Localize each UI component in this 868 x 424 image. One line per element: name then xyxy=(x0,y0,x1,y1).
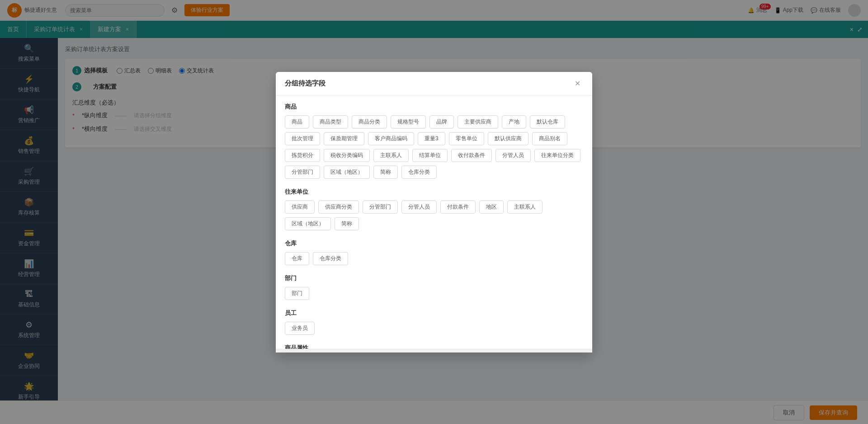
section-title-0: 商品 xyxy=(285,103,583,111)
field-tag-3-0[interactable]: 部门 xyxy=(285,287,309,300)
field-tag-1-2[interactable]: 分管部门 xyxy=(363,200,398,214)
field-grid-1: 供应商供应商分类分管部门分管人员付款条件地区主联系人区域（地区）简称 xyxy=(285,200,583,230)
section-title-5: 商品属性 xyxy=(285,344,583,349)
field-tag-2-1[interactable]: 仓库分类 xyxy=(313,252,348,265)
field-tag-0-11[interactable]: 重量3 xyxy=(418,132,445,145)
field-section-5: 商品属性属性颜色多规格尺码鞋码1 xyxy=(285,344,583,349)
section-title-3: 部门 xyxy=(285,274,583,282)
field-tag-0-10[interactable]: 客户商品编码 xyxy=(368,132,414,145)
field-tag-0-24[interactable]: 简称 xyxy=(373,166,398,179)
field-section-3: 部门部门 xyxy=(285,274,583,300)
field-tag-0-20[interactable]: 分管人员 xyxy=(495,149,531,162)
field-tag-0-23[interactable]: 区域（地区） xyxy=(324,166,370,179)
field-tag-0-21[interactable]: 往来单位分类 xyxy=(534,149,580,162)
field-tag-0-8[interactable]: 批次管理 xyxy=(285,132,320,145)
field-tag-0-18[interactable]: 结算单位 xyxy=(412,149,448,162)
field-section-4: 员工业务员 xyxy=(285,309,583,335)
modal-scrollbar-x xyxy=(276,349,592,352)
field-tag-2-0[interactable]: 仓库 xyxy=(285,252,309,265)
field-tag-0-5[interactable]: 主要供应商 xyxy=(458,115,498,129)
field-grid-2: 仓库仓库分类 xyxy=(285,252,583,265)
field-tag-0-4[interactable]: 品牌 xyxy=(429,115,454,129)
field-grid-0: 商品商品类型商品分类规格型号品牌主要供应商产地默认仓库批次管理保质期管理客户商品… xyxy=(285,115,583,179)
field-tag-1-0[interactable]: 供应商 xyxy=(285,200,315,214)
modal-title: 分组待选字段 xyxy=(285,79,326,88)
field-section-1: 往来单位供应商供应商分类分管部门分管人员付款条件地区主联系人区域（地区）简称 xyxy=(285,188,583,230)
field-tag-1-5[interactable]: 地区 xyxy=(479,200,504,214)
field-tag-0-12[interactable]: 零售单位 xyxy=(449,132,484,145)
field-tag-0-17[interactable]: 主联系人 xyxy=(373,149,409,162)
field-tag-1-8[interactable]: 简称 xyxy=(335,217,359,230)
field-tag-1-1[interactable]: 供应商分类 xyxy=(318,200,359,214)
field-grid-4: 业务员 xyxy=(285,322,583,335)
modal-header: 分组待选字段 ✕ xyxy=(276,72,592,95)
field-tag-0-3[interactable]: 规格型号 xyxy=(391,115,426,129)
field-tag-0-13[interactable]: 默认供应商 xyxy=(488,132,528,145)
field-tag-0-0[interactable]: 商品 xyxy=(285,115,309,129)
field-grid-3: 部门 xyxy=(285,287,583,300)
section-title-1: 往来单位 xyxy=(285,188,583,196)
field-tag-4-0[interactable]: 业务员 xyxy=(285,322,315,335)
field-section-0: 商品商品商品类型商品分类规格型号品牌主要供应商产地默认仓库批次管理保质期管理客户… xyxy=(285,103,583,179)
field-tag-1-4[interactable]: 付款条件 xyxy=(440,200,476,214)
field-tag-1-3[interactable]: 分管人员 xyxy=(401,200,437,214)
field-tag-0-9[interactable]: 保质期管理 xyxy=(324,132,364,145)
field-tag-0-6[interactable]: 产地 xyxy=(502,115,526,129)
field-tag-0-19[interactable]: 收付款条件 xyxy=(451,149,492,162)
field-tag-1-7[interactable]: 区域（地区） xyxy=(285,217,331,230)
modal-body: 商品商品商品类型商品分类规格型号品牌主要供应商产地默认仓库批次管理保质期管理客户… xyxy=(276,95,592,349)
field-tag-0-25[interactable]: 仓库分类 xyxy=(401,166,437,179)
field-tag-0-14[interactable]: 商品别名 xyxy=(532,132,567,145)
section-title-4: 员工 xyxy=(285,309,583,317)
field-tag-0-7[interactable]: 默认仓库 xyxy=(530,115,565,129)
field-tag-1-6[interactable]: 主联系人 xyxy=(507,200,542,214)
field-tag-0-15[interactable]: 拣货积分 xyxy=(285,149,320,162)
field-tag-0-2[interactable]: 商品分类 xyxy=(352,115,387,129)
field-tag-0-22[interactable]: 分管部门 xyxy=(285,166,320,179)
field-tag-0-16[interactable]: 税收分类编码 xyxy=(324,149,370,162)
section-title-2: 仓库 xyxy=(285,239,583,248)
field-section-2: 仓库仓库仓库分类 xyxy=(285,239,583,265)
modal-overlay: 分组待选字段 ✕ 商品商品商品类型商品分类规格型号品牌主要供应商产地默认仓库批次… xyxy=(0,0,868,424)
modal-close-button[interactable]: ✕ xyxy=(572,78,583,89)
field-tag-0-1[interactable]: 商品类型 xyxy=(313,115,348,129)
modal-dialog: 分组待选字段 ✕ 商品商品商品类型商品分类规格型号品牌主要供应商产地默认仓库批次… xyxy=(276,72,592,353)
